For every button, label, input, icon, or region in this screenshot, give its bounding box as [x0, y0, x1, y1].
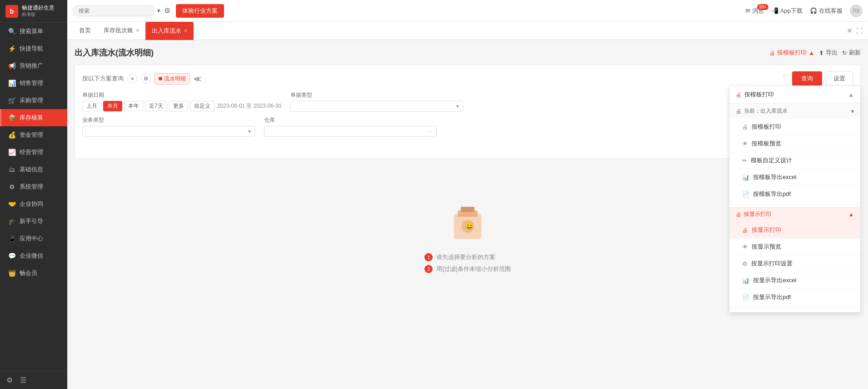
doctype-select[interactable]: ▾ [290, 101, 463, 112]
handshake-icon: 🤝 [8, 200, 16, 208]
warehouse-select[interactable]: ··· [264, 126, 437, 137]
sidebar-item-label: 新手引导 [20, 217, 43, 225]
dp-display-pdf-icon: 📄 [742, 294, 749, 301]
refresh-button[interactable]: ↻ 刷新 [842, 49, 861, 57]
chat-icon: 💬 [8, 252, 16, 259]
filter-collapse-button[interactable]: ≪ [194, 75, 201, 83]
dp-template-pdf-label: 按模板导出pdf [753, 190, 791, 198]
main-area: ▾ ⚙ 体验行业方案 ✉ 消息 99+ 📲 App下载 🎧 在线客服 Rit [67, 0, 868, 389]
sidebar-item-operations[interactable]: 📈 经营管理 [0, 144, 67, 161]
search-icon: 🔍 [8, 28, 16, 35]
tab-batch-close[interactable]: × [136, 27, 139, 34]
display-section-label: 按显示打印 [744, 210, 771, 218]
industry-plan-button[interactable]: 体验行业方案 [176, 4, 224, 18]
sidebar-item-marketing[interactable]: 📢 营销推广 [0, 57, 67, 75]
step-1-text: 请先选择要分析的方案 [436, 253, 495, 261]
sidebar-item-system[interactable]: ⚙ 系统管理 [0, 178, 67, 195]
settings-button[interactable]: 设置 [826, 71, 853, 86]
date-btn-custom[interactable]: 自定义 [190, 101, 215, 111]
dp-item-display-settings[interactable]: ⚙ 按显示打印设置 [729, 255, 860, 272]
doctype-dropdown-icon: ▾ [456, 103, 459, 110]
menu-footer-icon[interactable]: ☰ [20, 376, 26, 384]
sidebar-item-shortcut[interactable]: ⚡ 快捷导航 [0, 40, 67, 57]
printer-icon: 🖨 [769, 50, 775, 56]
dropdown-divider [729, 204, 860, 205]
tab-flow-close[interactable]: × [184, 28, 187, 34]
filter-warehouse-field: 仓库 ··· [264, 116, 437, 137]
dp-item-template-print[interactable]: 🖨 按模板打印 [729, 119, 860, 135]
dp-item-display-preview[interactable]: 👁 按显示预览 [729, 239, 860, 255]
chart-icon: 📊 [8, 80, 16, 87]
sidebar-item-guide[interactable]: 🎓 新手引导 [0, 213, 67, 230]
topbar-gear-icon[interactable]: ⚙ [164, 6, 170, 15]
sidebar: b 畅捷通好生意 标准版 🔍 搜索菜单 ⚡ 快捷导航 📢 营销推广 📊 销售管理… [0, 0, 67, 389]
sidebar-item-members[interactable]: 👑 畅会员 [0, 264, 67, 282]
empty-step-1: 1 请先选择要分析的方案 [424, 253, 510, 261]
sidebar-item-finance[interactable]: 💰 资金管理 [0, 126, 67, 144]
topbar-customer-service[interactable]: 🎧 在线客服 [810, 7, 843, 15]
sidebar-item-sales[interactable]: 📊 销售管理 [0, 75, 67, 92]
template-print-dropdown: 🖨 按模板打印 ▲ 🖨 当前：出入库流水 ▾ 🖨 按模板打印 👁 按模板预览 ✏… [729, 85, 861, 313]
topbar-messages[interactable]: ✉ 消息 99+ [745, 7, 764, 15]
tab-batch[interactable]: 库存批次账 × [97, 22, 145, 40]
template-print-button[interactable]: 🖨 按模板打印 ▲ [769, 49, 814, 57]
step-1-num: 1 [424, 253, 433, 261]
export-button[interactable]: ⬆ 导出 [819, 49, 838, 57]
gear-icon: ⚙ [8, 183, 16, 190]
app-name-block: 畅捷通好生意 标准版 [22, 5, 55, 18]
settings-footer-icon[interactable]: ⚙ [6, 376, 13, 384]
date-btn-this-month[interactable]: 本月 [103, 101, 122, 111]
dp-item-display-excel[interactable]: 📊 按显示导出excel [729, 272, 860, 289]
chevron-up-icon: ▲ [808, 50, 814, 56]
dp-item-default-function[interactable]: ⚙ 设置默认功能 ▾ [729, 310, 860, 313]
date-field-control: 上月 本月 本年 近7天 更多 自定义 2023-06-01 至 2023-06… [82, 101, 281, 111]
sidebar-item-enterprise[interactable]: 🤝 企业协同 [0, 195, 67, 213]
dropdown-display-section[interactable]: 🖨 按显示打印 ▲ [729, 207, 860, 222]
template-print-label: 按模板打印 [777, 49, 807, 57]
date-btn-more[interactable]: 更多 [169, 101, 188, 111]
dropdown-collapse-icon[interactable]: ▲ [848, 91, 854, 98]
sidebar-item-basic[interactable]: 🗂 基础信息 [0, 161, 67, 178]
more-options-button[interactable]: ··· [783, 71, 788, 86]
date-btn-this-year[interactable]: 本年 [124, 101, 143, 111]
filter-add-button[interactable]: + [127, 74, 137, 84]
tab-bar-expand-button[interactable]: ⛶ [856, 27, 863, 35]
app-name: 畅捷通好生意 [22, 5, 55, 12]
tab-home[interactable]: 首页 [73, 22, 97, 40]
dropdown-header: 🖨 按模板打印 ▲ [729, 86, 860, 104]
sidebar-item-search[interactable]: 🔍 搜索菜单 [0, 23, 67, 40]
refresh-icon: ↻ [842, 50, 847, 56]
sidebar-item-appstore[interactable]: 📱 应用中心 [0, 230, 67, 247]
sidebar-item-label: 企业协同 [20, 200, 43, 208]
dp-item-template-custom[interactable]: ✏ 模板自定义设计 [729, 152, 860, 169]
current-flow-icon: 🖨 [736, 108, 741, 115]
dp-item-display-pdf[interactable]: 📄 按显示导出pdf [729, 289, 860, 306]
tab-bar-close-button[interactable]: ✕ [847, 26, 853, 35]
svg-rect-2 [461, 207, 474, 212]
user-name: Rit [853, 8, 860, 14]
date-btn-7days[interactable]: 近7天 [145, 101, 167, 111]
sidebar-footer: ⚙ ☰ [0, 371, 67, 389]
dp-display-printer-icon: 🖨 [742, 227, 748, 234]
date-btn-last-month[interactable]: 上月 [82, 101, 101, 111]
dp-item-display-print[interactable]: 🖨 按显示打印 [729, 222, 860, 239]
search-dropdown-icon[interactable]: ▾ [157, 7, 160, 14]
sidebar-item-label: 企业微信 [20, 252, 43, 260]
biztype-select[interactable]: ▾ [82, 126, 255, 137]
user-avatar[interactable]: Rit [850, 5, 863, 17]
tab-flow[interactable]: 出入库流水 × [145, 22, 194, 40]
sidebar-item-wechat[interactable]: 💬 企业微信 [0, 247, 67, 264]
sidebar-item-inventory[interactable]: 📦 库存核算 [0, 109, 67, 126]
filter-setting-button[interactable]: ⚙ [141, 74, 151, 84]
topbar-right: ✉ 消息 99+ 📲 App下载 🎧 在线客服 Rit [745, 5, 863, 17]
dp-item-template-excel[interactable]: 📊 按模板导出excel [729, 169, 860, 186]
search-input[interactable] [73, 5, 155, 16]
cart-icon: 🛒 [8, 97, 16, 104]
topbar-app-download[interactable]: 📲 App下载 [771, 7, 803, 15]
sidebar-item-purchase[interactable]: 🛒 采购管理 [0, 92, 67, 109]
export-label: 导出 [826, 49, 838, 57]
empty-step-2: 2 用[过滤]条件来缩小分析范围 [424, 265, 510, 273]
dp-item-template-preview[interactable]: 👁 按模板预览 [729, 135, 860, 152]
query-button[interactable]: 查询 [792, 71, 822, 86]
dp-item-template-pdf[interactable]: 📄 按模板导出pdf [729, 186, 860, 203]
